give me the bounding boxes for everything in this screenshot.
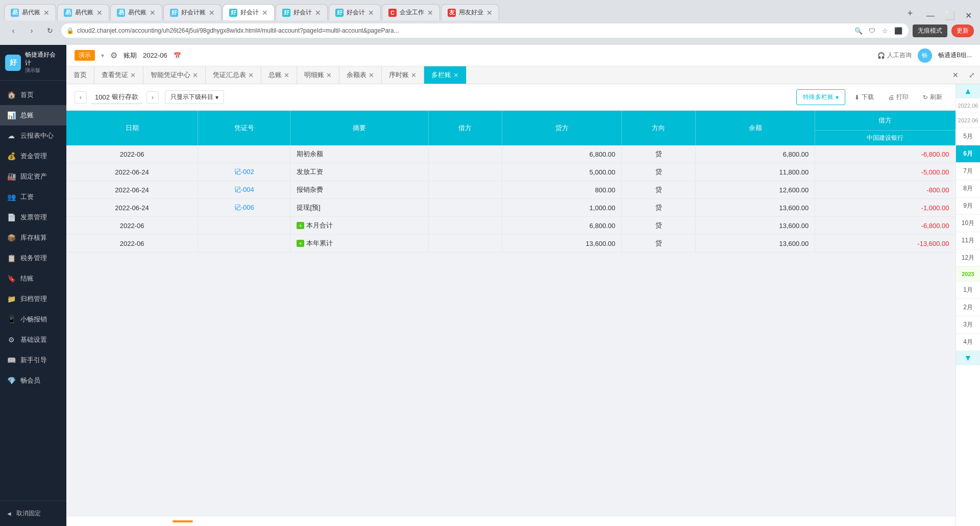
page-tab-明细账[interactable]: 明细账✕	[297, 66, 339, 84]
month-item-2022-06-1[interactable]: 2022.06	[956, 98, 980, 113]
reload-button[interactable]: ↻	[43, 23, 57, 38]
page-tab-多栏账[interactable]: 多栏账✕	[424, 66, 467, 84]
page-tab-首页[interactable]: 首页	[66, 66, 94, 84]
month-nav-up-button[interactable]: ▲	[956, 84, 980, 98]
month-item-11[interactable]: 11月	[956, 232, 980, 249]
browser-tab-2[interactable]: 易 易代账 ✕	[57, 4, 109, 20]
month-item-8[interactable]: 8月	[956, 180, 980, 197]
close-button[interactable]: ✕	[965, 11, 972, 20]
tab-close-button[interactable]: ✕	[486, 9, 493, 17]
month-item-2023-1[interactable]: 1月	[956, 282, 980, 299]
refresh-button[interactable]: ↻ 刷新	[918, 90, 947, 105]
user-avatar[interactable]: 畅	[918, 48, 932, 63]
special-multi-ledger-button[interactable]: 特殊多栏账 ▾	[796, 89, 845, 105]
browser-tab-5[interactable]: 好 好会计 ✕	[223, 4, 275, 20]
star-icon[interactable]: ☆	[880, 26, 890, 36]
search-icon[interactable]: 🔍	[853, 26, 864, 36]
tab-close-button[interactable]: ✕	[150, 9, 156, 17]
voucher-link[interactable]: 记-004	[234, 186, 254, 193]
sidebar-item-小畅报销[interactable]: 📱 小畅报销	[0, 309, 66, 330]
page-tab-余额表[interactable]: 余额表✕	[339, 66, 382, 84]
tab-expand-button[interactable]: ⤢	[964, 67, 980, 83]
settings-icon[interactable]: ⚙	[110, 51, 117, 60]
next-account-button[interactable]: ›	[146, 91, 159, 104]
maximize-button[interactable]: ⬜	[945, 11, 955, 20]
sidebar-item-畅会员[interactable]: 💎 畅会员	[0, 370, 66, 391]
voucher-link[interactable]: 记-002	[234, 168, 254, 176]
calendar-icon[interactable]: 📅	[174, 52, 181, 59]
page-tab-close-button[interactable]: ✕	[284, 71, 289, 79]
page-tab-序时账[interactable]: 序时账✕	[382, 66, 424, 84]
tab-collapse-button[interactable]: ✕	[947, 67, 964, 83]
month-item-2023-4[interactable]: 4月	[956, 334, 980, 351]
tab-close-button[interactable]: ✕	[209, 9, 215, 17]
month-item-9[interactable]: 9月	[956, 197, 980, 215]
sidebar-item-总账[interactable]: 📊 总账	[0, 105, 66, 126]
month-item-6[interactable]: 6月	[956, 145, 980, 163]
forward-button[interactable]: ›	[24, 23, 39, 38]
month-item-7[interactable]: 7月	[956, 163, 980, 180]
page-tab-查看凭证[interactable]: 查看凭证✕	[94, 66, 143, 84]
sidebar-item-资金管理[interactable]: 💰 资金管理	[0, 146, 66, 166]
month-item-2022-06-2[interactable]: 2022.06	[956, 113, 980, 128]
tab-close-button[interactable]: ✕	[96, 9, 103, 17]
shield-icon[interactable]: 🛡	[867, 26, 877, 36]
browser-tab-7[interactable]: 好 好会计 ✕	[329, 4, 381, 20]
page-tab-close-button[interactable]: ✕	[453, 71, 459, 79]
extend-icon[interactable]: ⬛	[893, 26, 903, 36]
voucher-link[interactable]: 记-006	[234, 204, 254, 211]
month-nav-down-button[interactable]: ▼	[956, 351, 980, 365]
back-button[interactable]: ‹	[6, 23, 20, 38]
sidebar-item-新手引导[interactable]: 📖 新手引导	[0, 350, 66, 370]
update-button[interactable]: 更新	[951, 24, 974, 37]
sidebar-item-首页[interactable]: 🏠 首页	[0, 85, 66, 105]
page-tab-智能凭证中心[interactable]: 智能凭证中心✕	[143, 66, 206, 84]
ledger-table-wrapper[interactable]: 日期 凭证号 摘要 借方 贷方 方向 余额 借方 中国建设银行	[66, 111, 955, 516]
user-name[interactable]: 畅通通B组...	[938, 51, 972, 60]
page-tab-凭证汇总表[interactable]: 凭证汇总表✕	[206, 66, 261, 84]
page-tab-close-button[interactable]: ✕	[192, 71, 198, 79]
page-tab-close-button[interactable]: ✕	[130, 71, 136, 79]
consult-button[interactable]: 🎧 人工咨询	[877, 51, 912, 60]
browser-tab-3[interactable]: 易 易代账 ✕	[110, 4, 162, 20]
sidebar-item-固定资产[interactable]: 🏭 固定资产	[0, 166, 66, 187]
browser-tab-6[interactable]: 好 好会计 ✕	[276, 4, 328, 20]
tab-close-button[interactable]: ✕	[427, 9, 433, 17]
pin-button[interactable]: ◄ 取消固定	[0, 505, 66, 522]
sidebar-item-归档管理[interactable]: 📁 归档管理	[0, 289, 66, 309]
tab-close-button[interactable]: ✕	[262, 9, 268, 17]
page-tab-close-button[interactable]: ✕	[326, 71, 332, 79]
browser-tab-8[interactable]: C 企业工作 ✕	[382, 4, 440, 20]
new-tab-button[interactable]: +	[903, 6, 917, 20]
download-button[interactable]: ⬇ 下载	[849, 90, 879, 105]
prev-account-button[interactable]: ‹	[75, 91, 87, 104]
minimize-button[interactable]: —	[926, 11, 935, 20]
sidebar-item-工资[interactable]: 👥 工资	[0, 187, 66, 207]
sidebar-item-基础设置[interactable]: ⚙ 基础设置	[0, 330, 66, 350]
no-trace-button[interactable]: 无痕模式	[913, 24, 947, 37]
sidebar-item-发票管理[interactable]: 📄 发票管理	[0, 207, 66, 228]
month-item-5[interactable]: 5月	[956, 128, 980, 145]
page-tab-close-button[interactable]: ✕	[411, 71, 416, 79]
page-tab-close-button[interactable]: ✕	[369, 71, 374, 79]
page-tab-总账[interactable]: 总账✕	[261, 66, 297, 84]
sidebar-item-库存核算[interactable]: 📦 库存核算	[0, 228, 66, 248]
tab-close-button[interactable]: ✕	[315, 9, 321, 17]
sidebar-item-税务管理[interactable]: 📋 税务管理	[0, 248, 66, 268]
filter-dropdown[interactable]: 只显示下级科目 ▾	[165, 90, 224, 104]
demo-dropdown[interactable]: ▾	[101, 52, 104, 59]
browser-tab-9[interactable]: 友 用友好业 ✕	[441, 4, 499, 20]
browser-tab-1[interactable]: 易 易代账 ✕	[4, 4, 56, 20]
tab-close-button[interactable]: ✕	[43, 9, 50, 17]
print-button[interactable]: 🖨 打印	[883, 90, 914, 105]
sidebar-item-结账[interactable]: 🔖 结账	[0, 268, 66, 289]
month-item-10[interactable]: 10月	[956, 215, 980, 232]
month-item-12[interactable]: 12月	[956, 249, 980, 267]
page-tab-close-button[interactable]: ✕	[248, 71, 254, 79]
month-item-year-2023[interactable]: 2023	[956, 267, 980, 282]
sidebar-item-云报表中心[interactable]: ☁ 云报表中心	[0, 126, 66, 146]
account-selector[interactable]: 1002 银行存款	[91, 90, 142, 104]
month-item-2023-2[interactable]: 2月	[956, 299, 980, 316]
browser-tab-4[interactable]: 好 好会计账 ✕	[163, 4, 222, 20]
tab-close-button[interactable]: ✕	[368, 9, 374, 17]
